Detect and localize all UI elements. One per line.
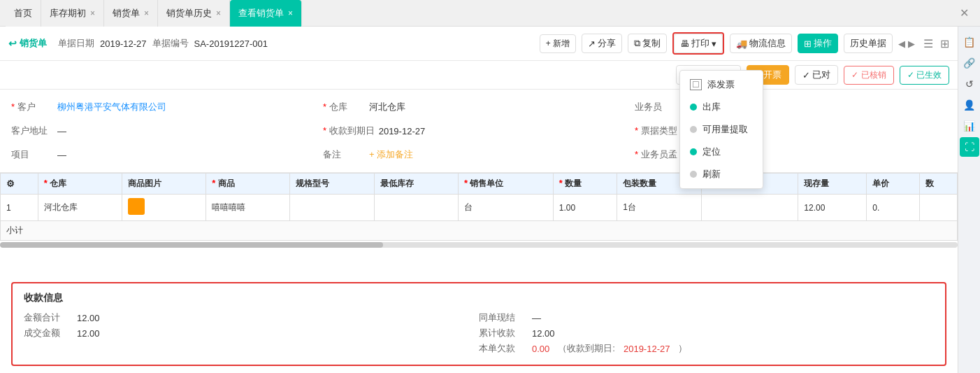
ticket-type-label: 票据类型 — [635, 125, 677, 137]
sales-staff-label: 业务员孟 — [635, 148, 677, 161]
product-table: ⚙ * 仓库 商品图片 * 商品 规格型号 最低库存 * 销售单位 * 数量 包… — [0, 173, 958, 241]
check-icon: ✓ — [802, 70, 810, 80]
truck-icon: 🚚 — [736, 38, 747, 49]
share-button[interactable]: ↗ 分享 — [582, 34, 622, 53]
sidebar-icon-chart[interactable]: 📊 — [960, 116, 979, 136]
due-date-field: 收款到期日 2019-12-27 — [323, 122, 635, 140]
canceled-button[interactable]: ✓ 已核销 — [844, 66, 893, 85]
total-value: 12.00 — [77, 313, 100, 323]
window-close-button[interactable]: ✕ — [954, 3, 974, 22]
nav-arrows: ◀ ▶ — [898, 38, 915, 49]
cell-pack-qty: 1台 — [617, 195, 701, 221]
sidebar-icon-link[interactable]: 🔗 — [960, 53, 979, 73]
locate-dot — [690, 148, 697, 155]
payment-info: 收款信息 金额合计 12.00 成交金额 12.00 同单现结 — — [11, 282, 946, 366]
col-warehouse: * 仓库 — [38, 174, 122, 195]
confirm-button[interactable]: ✓ 已对 — [795, 65, 838, 85]
table-row: 1 河北仓库 嘻嘻嘻嘻 台 1.00 1台 12.00 0. — [1, 195, 958, 221]
tab-sales-history-close[interactable]: × — [216, 8, 221, 18]
print-dropdown-icon: ▾ — [712, 38, 716, 49]
view-toggle-list[interactable]: ☰ — [923, 37, 933, 50]
col-spec: 规格型号 — [290, 174, 374, 195]
copy-button[interactable]: ⧉ 复制 — [628, 34, 667, 53]
sidebar-icon-expand[interactable]: ⛶ — [960, 137, 979, 157]
new-button[interactable]: + 新增 — [540, 34, 576, 53]
cumulative-value: 12.00 — [532, 328, 555, 339]
deal-amount-label: 成交金额 — [24, 327, 69, 339]
product-table-wrapper: ⚙ * 仓库 商品图片 * 商品 规格型号 最低库存 * 销售单位 * 数量 包… — [0, 173, 958, 275]
due-date-label: 收款到期日 — [323, 125, 375, 137]
dropdown-outbound[interactable]: 出库 — [680, 96, 763, 118]
notes-action[interactable]: + 添加备注 — [369, 148, 413, 161]
logistics-button[interactable]: 🚚 物流信息 — [730, 34, 792, 53]
next-icon[interactable]: ▶ — [908, 38, 915, 49]
due-date-value: 2019-12-27 — [379, 126, 426, 136]
sidebar-icon-doc[interactable]: 📋 — [960, 32, 979, 52]
col-img: 商品图片 — [122, 174, 206, 195]
dropdown-avail-extract[interactable]: 可用量提取 — [680, 118, 763, 141]
tab-sales[interactable]: 销货单 × — [104, 0, 158, 27]
cell-qty: 1.00 — [553, 195, 617, 221]
avail-extract-dot — [690, 126, 697, 133]
sidebar-icon-refresh[interactable]: ↺ — [960, 74, 979, 94]
owed-note: （收款到期日: — [558, 342, 615, 355]
share-icon: ↗ — [588, 38, 596, 49]
tab-sales-close[interactable]: × — [144, 8, 149, 18]
customer-label: 客户 — [11, 101, 53, 113]
outbound-dot — [690, 104, 697, 111]
project-label: 项目 — [11, 148, 53, 161]
refresh-dot — [690, 171, 697, 178]
col-gear[interactable]: ⚙ — [1, 174, 38, 195]
cell-avail-qty — [701, 195, 798, 221]
dropdown-refresh[interactable]: 刷新 — [680, 163, 763, 185]
col-extra: 数 — [920, 174, 958, 195]
tab-home[interactable]: 首页 — [6, 0, 41, 27]
owed-date: 2019-12-27 — [624, 344, 670, 354]
warehouse-value: 河北仓库 — [369, 101, 405, 113]
gear-icon: ⚙ — [6, 178, 15, 189]
same-order-label: 同单现结 — [479, 311, 524, 324]
operation-button[interactable]: ⊞ 操作 — [798, 34, 838, 53]
warehouse-field: 仓库 河北仓库 — [323, 98, 635, 116]
dropdown-add-invoice[interactable]: ☐ 添发票 — [680, 73, 763, 96]
cell-spec — [290, 195, 374, 221]
col-price: 单价 — [867, 174, 920, 195]
right-sidebar: 📋 🔗 ↺ 👤 📊 ⛶ — [958, 27, 980, 373]
dropdown-locate[interactable]: 定位 — [680, 141, 763, 163]
cell-img — [122, 195, 206, 221]
history-button[interactable]: 历史单据 — [844, 34, 893, 53]
tab-view-sales-close[interactable]: × — [288, 8, 293, 18]
col-unit: * 销售单位 — [458, 174, 553, 195]
subtotal-label: 小计 — [1, 221, 958, 241]
print-button[interactable]: 🖶 打印 ▾ — [674, 34, 723, 53]
owed-label: 本单欠款 — [479, 342, 524, 355]
notes-field: 备注 + 添加备注 — [323, 146, 635, 164]
doc-title: ↩ 销货单 — [8, 37, 47, 50]
tab-inventory-close[interactable]: × — [90, 8, 95, 18]
invoice-checkbox-icon: ☐ — [690, 79, 702, 90]
cell-min-stock — [374, 195, 458, 221]
scrollbar-thumb — [0, 242, 383, 248]
cell-no: 1 — [1, 195, 38, 221]
staff-label: 业务员 — [635, 101, 677, 113]
owed-close: ） — [678, 342, 723, 355]
sidebar-icon-user[interactable]: 👤 — [960, 95, 979, 115]
view-toggle-grid[interactable]: ⊞ — [940, 37, 949, 50]
copy-icon: ⧉ — [634, 38, 640, 49]
project-field: 项目 — — [11, 146, 323, 164]
notes-label: 备注 — [323, 148, 365, 161]
tab-view-sales[interactable]: 查看销货单 × — [230, 0, 302, 27]
col-qty: * 数量 — [553, 174, 617, 195]
cell-unit: 台 — [458, 195, 553, 221]
tab-sales-history[interactable]: 销货单历史 × — [158, 0, 230, 27]
customer-value[interactable]: 柳州粤港平安气体有限公司 — [57, 101, 166, 113]
toolbar-right: + 新增 ↗ 分享 ⧉ 复制 🖶 打印 ▾ 🚚 — [540, 32, 949, 55]
prev-icon[interactable]: ◀ — [898, 38, 905, 49]
effective-button[interactable]: ✓ 已生效 — [900, 66, 949, 85]
subtotal-row: 小计 — [1, 221, 958, 241]
deal-amount-row: 成交金额 12.00 — [24, 325, 479, 341]
same-order-value: — — [532, 313, 541, 323]
cell-price: 0. — [867, 195, 920, 221]
table-scrollbar[interactable] — [0, 242, 958, 248]
tab-inventory[interactable]: 库存期初 × — [41, 0, 104, 27]
